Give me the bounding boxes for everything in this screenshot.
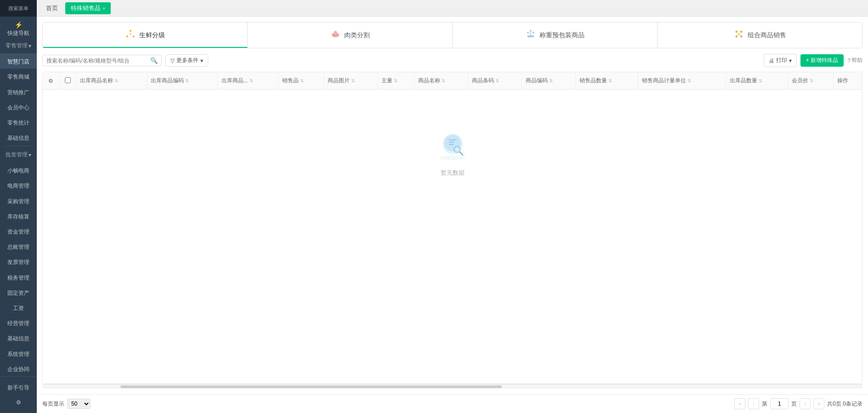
prev-page-button[interactable]: ‹: [748, 398, 759, 409]
page-total: 共0页 0条记录: [827, 400, 862, 408]
tab-close-icon[interactable]: ×: [102, 6, 105, 11]
sort-icon-6: ⇅: [394, 78, 397, 83]
search-input[interactable]: [46, 57, 150, 64]
sidebar-item-ledger[interactable]: 总账管理: [0, 239, 37, 254]
th-product-code[interactable]: 商品编码 ⇅: [522, 72, 576, 90]
svg-rect-10: [528, 35, 534, 37]
sidebar-item-inventory[interactable]: 库存核算: [0, 208, 37, 224]
sidebar-item-system-mgmt[interactable]: 系统管理: [0, 346, 37, 361]
page-nav: « ‹ 第 页 › » 共0页 0条记录: [734, 398, 862, 409]
table-body: 暂无数据: [43, 90, 862, 214]
category-tabs: 生鲜分级 肉类分割: [42, 22, 862, 48]
th-outbound-product-etc[interactable]: 出库商品... ⇅: [217, 72, 278, 90]
sidebar-item-marketing[interactable]: 营销推广: [0, 84, 37, 99]
sidebar-search[interactable]: 搜索菜单: [0, 0, 37, 17]
sidebar-item-base-info-1[interactable]: 基础信息: [0, 130, 37, 145]
sidebar-search-label: 搜索菜单: [8, 5, 28, 12]
th-settings[interactable]: ⚙: [43, 72, 59, 90]
chevron-icon: ▾: [28, 43, 31, 49]
last-page-button[interactable]: »: [813, 398, 824, 409]
th-outbound-product-name[interactable]: 出库商品名称 ⇅: [76, 72, 147, 90]
svg-point-14: [740, 35, 742, 38]
sort-icon-2: ⇅: [185, 78, 189, 83]
svg-point-3: [130, 34, 131, 35]
cat-tab-weight[interactable]: 称重预包装商品: [453, 23, 658, 48]
th-checkbox[interactable]: [59, 72, 76, 90]
sort-icon-4: ⇅: [300, 78, 304, 83]
sidebar-item-ecommerce[interactable]: 小畅电商: [0, 162, 37, 178]
data-table: ⚙ 出库商品名称 ⇅ 出库商: [43, 72, 862, 214]
th-product-image[interactable]: 商品图片 ⇅: [323, 72, 377, 90]
sidebar-item-invoice[interactable]: 发票管理: [0, 254, 37, 269]
th-sales-unit[interactable]: 销售商品计量单位 ⇅: [638, 72, 726, 90]
sort-icon-9: ⇅: [549, 78, 553, 83]
empty-illustration: [434, 126, 471, 163]
horizontal-scrollbar[interactable]: [42, 384, 862, 389]
th-main-qty[interactable]: 主量 ⇅: [377, 72, 414, 90]
page-content: 生鲜分级 肉类分割: [37, 17, 868, 394]
sidebar-item-ecommerce-mgmt[interactable]: 电商管理: [0, 178, 37, 193]
print-chevron-icon: ▾: [789, 57, 792, 64]
sidebar-item-smart-store[interactable]: 智慧门店: [0, 53, 37, 69]
add-special-product-button[interactable]: + 新增特殊品: [800, 54, 844, 67]
next-page-button[interactable]: ›: [800, 398, 811, 409]
th-member-price[interactable]: 会员价 ⇅: [788, 72, 834, 90]
sort-icon-5: ⇅: [351, 78, 355, 83]
table-header-row: ⚙ 出库商品名称 ⇅ 出库商: [43, 72, 862, 90]
svg-line-25: [460, 152, 463, 155]
sidebar-item-base-info-2[interactable]: 基础信息: [0, 330, 37, 345]
filter-button[interactable]: ▽ 更多条件 ▾: [165, 54, 208, 67]
sort-icon-7: ⇅: [442, 78, 445, 83]
sidebar-item-operations[interactable]: 经营管理: [0, 315, 37, 330]
th-sales-qty[interactable]: 销售品数量 ⇅: [576, 72, 638, 90]
sidebar-item-wholesale-mgmt[interactable]: 批发管理 ▾: [0, 147, 37, 162]
search-box[interactable]: 🔍: [42, 55, 162, 66]
per-page-select[interactable]: 10 20 50 100: [67, 399, 91, 409]
sidebar-item-retail-mall[interactable]: 零售商城: [0, 69, 37, 84]
sort-icon-10: ⇅: [608, 78, 612, 83]
sidebar-item-purchase-mgmt[interactable]: 采购管理: [0, 193, 37, 208]
page-input[interactable]: [770, 398, 789, 409]
sidebar-item-settings[interactable]: ⚙: [0, 396, 37, 409]
help-button[interactable]: ? 帮助: [847, 57, 862, 64]
select-all-checkbox[interactable]: [65, 77, 71, 83]
empty-text: 暂无数据: [441, 169, 465, 177]
th-product-name[interactable]: 商品名称 ⇅: [414, 72, 468, 90]
print-icon: 🖨: [769, 57, 774, 64]
cat-tab-meat[interactable]: 肉类分割: [248, 23, 453, 48]
sidebar-item-fixed-assets[interactable]: 固定资产: [0, 285, 37, 300]
sidebar-item-retail-mgmt[interactable]: 零售管理 ▾: [0, 38, 37, 53]
svg-point-8: [530, 30, 532, 32]
cat-tab-fresh[interactable]: 生鲜分级: [43, 23, 248, 48]
svg-point-0: [130, 30, 131, 32]
th-outbound-qty[interactable]: 出库品数量 ⇅: [726, 72, 788, 90]
empty-state-row: 暂无数据: [43, 90, 862, 214]
sidebar-item-tax[interactable]: 税务管理: [0, 270, 37, 285]
sidebar-item-quick-nav[interactable]: ⚡ 快捷导航: [0, 17, 37, 38]
sort-icon-13: ⇅: [810, 78, 813, 83]
fresh-icon: [125, 29, 136, 41]
sort-icon-8: ⇅: [495, 78, 499, 83]
scrollbar-thumb[interactable]: [120, 385, 502, 388]
sort-icon-11: ⇅: [687, 78, 691, 83]
svg-rect-22: [449, 144, 454, 145]
sidebar-item-finance[interactable]: 资金管理: [0, 224, 37, 239]
th-sales-product[interactable]: 销售品 ⇅: [278, 72, 324, 90]
search-icon[interactable]: 🔍: [150, 57, 158, 64]
th-outbound-product-code[interactable]: 出库商品编码 ⇅: [147, 72, 217, 90]
tab-home[interactable]: 首页: [42, 4, 62, 12]
chevron-icon-2: ▾: [28, 152, 31, 158]
first-page-button[interactable]: «: [734, 398, 745, 409]
sidebar-item-newbie-guide[interactable]: 新手引导: [0, 380, 37, 396]
sidebar-item-retail-stats[interactable]: 零售统计: [0, 115, 37, 130]
sidebar-item-enterprise-collab[interactable]: 企业协同: [0, 361, 37, 376]
sidebar-item-member-center[interactable]: 会员中心: [0, 99, 37, 115]
svg-point-24: [455, 147, 460, 152]
sidebar-item-salary[interactable]: 工资: [0, 300, 37, 315]
th-product-barcode[interactable]: 商品条码 ⇅: [468, 72, 522, 90]
sort-icon: ⇅: [114, 78, 118, 83]
tab-special-sales[interactable]: 特殊销售品 ×: [65, 2, 111, 14]
print-button[interactable]: 🖨 打印 ▾: [764, 54, 797, 67]
cat-tab-combo[interactable]: 组合商品销售: [658, 23, 862, 48]
svg-point-2: [133, 35, 135, 37]
